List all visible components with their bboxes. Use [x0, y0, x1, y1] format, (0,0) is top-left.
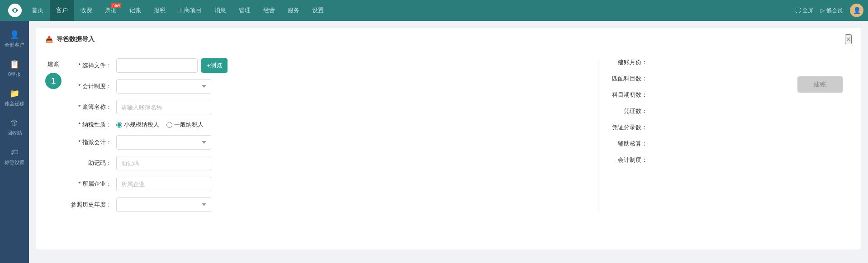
nav-item-manage[interactable]: 管理	[232, 0, 257, 21]
close-button[interactable]: ×	[845, 34, 852, 44]
logo-icon	[8, 4, 22, 17]
build-account-step-label: 建账	[47, 60, 59, 68]
account-migrate-icon: 📁	[9, 89, 19, 99]
form-column: 建账 1 * 选择文件： +浏览 * 会计制度	[45, 58, 598, 212]
member-button[interactable]: ▷ 畅会员	[821, 7, 843, 14]
import-panel: 📥 导爸数据导入 × 建账 1	[36, 28, 861, 249]
ref-year-field-control	[116, 197, 228, 212]
memo-code-input[interactable]	[116, 156, 211, 170]
assign-accountant-label: * 指派会计：	[71, 138, 112, 146]
accounting-label: * 会计制度：	[71, 82, 112, 90]
new-badge: new	[111, 3, 121, 8]
sidebar-item-account-migrate[interactable]: 📁 账套迁移	[0, 84, 29, 112]
nav-item-home[interactable]: 首页	[25, 0, 50, 21]
info-column: 建账月份： 匹配科目数： 科目期初数： 凭证数： 凭证分录数： 辅助核算：	[598, 58, 779, 164]
recycle-icon: 🗑	[9, 118, 19, 128]
tag-settings-icon: 🏷	[9, 147, 19, 157]
all-customers-icon: 👤	[9, 30, 19, 40]
layout: 👤 全部客户 📋 0申报 📁 账套迁移 🗑 回收站 🏷 标签设置 📥 导爸数据导…	[0, 21, 868, 263]
nav-item-bill[interactable]: 票据 new	[99, 0, 123, 21]
nav-item-customer[interactable]: 客户	[50, 0, 74, 21]
belong-company-label: * 所属企业：	[71, 180, 112, 188]
aux-calc-label: 辅助核算：	[612, 140, 647, 148]
browse-button[interactable]: +浏览	[201, 58, 228, 73]
panel-header: 📥 导爸数据导入	[45, 35, 852, 49]
ledger-name-input[interactable]	[116, 100, 211, 114]
sidebar: 👤 全部客户 📋 0申报 📁 账套迁移 🗑 回收站 🏷 标签设置	[0, 21, 29, 263]
match-subjects-label: 匹配科目数：	[612, 75, 647, 83]
step-badge: 1	[45, 73, 62, 89]
zero-declare-icon: 📋	[9, 59, 19, 69]
build-account-button[interactable]: 建账	[797, 76, 843, 93]
fullscreen-button[interactable]: ⛶ 全屏	[795, 7, 813, 14]
assign-accountant-field-control	[116, 135, 228, 150]
nav-item-service[interactable]: 服务	[281, 0, 306, 21]
file-label: * 选择文件：	[71, 61, 112, 70]
accounting-select[interactable]	[116, 79, 211, 94]
nav-items: 首页 客户 收费 票据 new 记账 报税 工商项目 消息 管理 经营 服务 设…	[25, 0, 330, 21]
play-icon: ▷	[821, 7, 825, 14]
nav-item-fee[interactable]: 收费	[74, 0, 99, 21]
right-section: 建账月份： 匹配科目数： 科目期初数： 凭证数： 凭证分录数： 辅助核算：	[598, 58, 852, 212]
top-nav: 首页 客户 收费 票据 new 记账 报税 工商项目 消息 管理 经营 服务 设…	[0, 0, 868, 21]
radio-small-scale[interactable]: 小规模纳税人	[116, 121, 159, 129]
fullscreen-icon: ⛶	[795, 7, 801, 14]
file-field-control: +浏览	[116, 58, 228, 73]
import-icon: 📥	[45, 36, 53, 43]
memo-code-label: 助记码：	[71, 159, 112, 167]
panel-body: 建账 1 * 选择文件： +浏览 * 会计制度	[45, 58, 852, 212]
nav-item-operation[interactable]: 经营	[257, 0, 281, 21]
main-content: 📥 导爸数据导入 × 建账 1	[29, 21, 868, 263]
nav-item-tax[interactable]: 报税	[147, 0, 172, 21]
tax-type-field-control: 小规模纳税人 一般纳税人	[116, 121, 228, 129]
ref-year-select[interactable]	[116, 197, 211, 212]
nav-item-message[interactable]: 消息	[208, 0, 232, 21]
sidebar-item-zero-declare[interactable]: 📋 0申报	[0, 55, 29, 82]
logo[interactable]	[5, 0, 25, 21]
vouchers-label: 凭证数：	[612, 107, 647, 115]
sidebar-item-all-customers[interactable]: 👤 全部客户	[0, 25, 29, 53]
belong-company-input[interactable]	[116, 177, 211, 191]
belong-company-field-control	[116, 177, 228, 191]
accounting-system-label: 会计制度：	[612, 156, 647, 164]
file-input[interactable]	[116, 58, 198, 73]
init-subjects-label: 科目期初数：	[612, 91, 647, 99]
ledger-name-field-control	[116, 100, 228, 114]
nav-item-biz-project[interactable]: 工商项目	[172, 0, 208, 21]
info-grid: 建账月份： 匹配科目数： 科目期初数： 凭证数： 凭证分录数： 辅助核算：	[612, 58, 779, 164]
tax-type-label: * 纳税性质：	[71, 121, 112, 129]
panel-title: 导爸数据导入	[57, 35, 95, 43]
sidebar-item-tag-settings[interactable]: 🏷 标签设置	[0, 143, 29, 170]
voucher-entries-label: 凭证分录数：	[612, 123, 647, 132]
top-nav-right: ⛶ 全屏 ▷ 畅会员 👤	[795, 4, 863, 17]
sidebar-item-recycle[interactable]: 🗑 回收站	[0, 113, 29, 141]
radio-general[interactable]: 一般纳税人	[166, 121, 204, 129]
ref-year-label: 参照历史年度：	[71, 201, 112, 209]
ledger-name-label: * 账簿名称：	[71, 103, 112, 111]
accounting-field-control	[116, 79, 228, 94]
nav-item-bookkeeping[interactable]: 记账	[123, 0, 147, 21]
memo-code-field-control	[116, 156, 228, 170]
month-label: 建账月份：	[612, 58, 647, 66]
avatar[interactable]: 👤	[850, 4, 863, 17]
svg-point-0	[14, 9, 16, 12]
accountant-select[interactable]	[116, 135, 211, 150]
build-btn-area: 建账	[779, 58, 852, 93]
nav-item-settings[interactable]: 设置	[306, 0, 330, 21]
